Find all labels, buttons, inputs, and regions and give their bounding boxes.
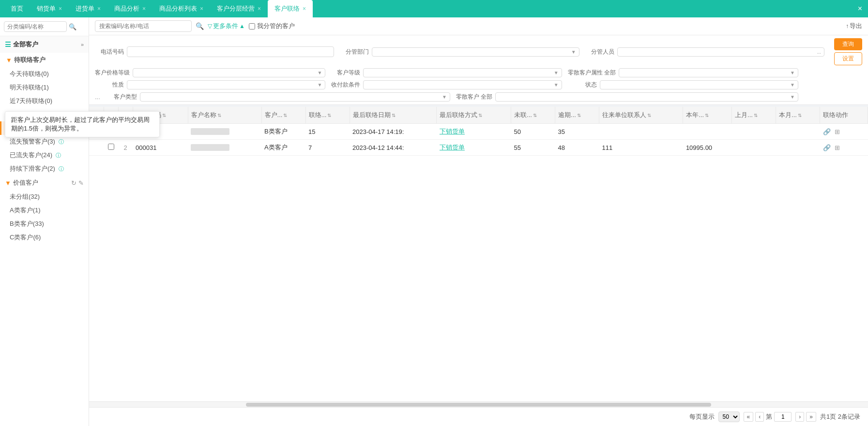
main-layout: 🔍 ☰ 全部客户 » ▼ 待联络客户 今天待联络(0) 明天待联络(1) 近7天…	[0, 17, 868, 426]
sidebar-search-icon[interactable]: 🔍	[69, 23, 76, 30]
nav-close-product-list[interactable]: ×	[200, 5, 203, 12]
nature-caret: ▼	[317, 82, 322, 88]
settings-button[interactable]: 设置	[834, 52, 862, 65]
nav-item-home[interactable]: 首页	[4, 0, 30, 17]
sidebar-item-churned[interactable]: 已流失客户(24) ⓘ	[0, 148, 89, 162]
action-icons-2: 🔗 ⊞	[823, 144, 865, 151]
status-select[interactable]: ▼	[600, 80, 798, 89]
nav-item-sales[interactable]: 销货单 ×	[30, 0, 69, 17]
link-icon-2[interactable]: 🔗	[823, 144, 831, 151]
th-last-contact-date[interactable]: 最后联络日期⇅	[350, 107, 437, 124]
td-action-2: 🔗 ⊞	[820, 140, 868, 156]
filter-dots[interactable]: ...	[95, 93, 100, 101]
th-overdue[interactable]: 逾期...⇅	[555, 107, 599, 124]
data-table: ⚙ 客户编码⇅ 客户名称⇅ 客户...⇅ 联络...⇅ 最后联络日期⇅ 最后联络…	[89, 107, 868, 156]
table-area: ⚙ 客户编码⇅ 客户名称⇅ 客户...⇅ 联络...⇅ 最后联络日期⇅ 最后联络…	[89, 107, 868, 401]
td-this-year-2: 10995.00	[683, 140, 732, 156]
refresh-icon[interactable]: ↻	[71, 179, 76, 187]
nav-close-sales[interactable]: ×	[59, 5, 62, 12]
table-row: 2 000031 A类客户 7 2023-04-12 14:44: 下销货单 5…	[89, 140, 868, 156]
filter-nature: 性质 ▼	[95, 80, 325, 89]
customer-level-select[interactable]: ▼	[363, 68, 562, 77]
prev-page-btn[interactable]: ‹	[755, 412, 764, 422]
sidebar-item-class-a[interactable]: A类客户(1)	[0, 204, 89, 217]
search-input[interactable]	[95, 20, 192, 32]
more-conditions-btn[interactable]: ▽ 更多条件 ▲	[208, 22, 245, 30]
sidebar-item-tomorrow[interactable]: 明天待联络(1)	[0, 81, 89, 94]
my-customers-checkbox-label[interactable]: 我分管的客户	[249, 22, 295, 30]
link-icon-1[interactable]: 🔗	[823, 128, 831, 135]
payment-select[interactable]: ▼	[363, 80, 562, 89]
price-level-select[interactable]: ▼	[133, 68, 325, 77]
horizontal-scrollbar[interactable]	[89, 401, 868, 407]
nav-item-product-list[interactable]: 商品分析列表 ×	[152, 0, 210, 17]
customer-type-select[interactable]: ▼	[140, 92, 450, 102]
pending-contact-group[interactable]: ▼ 待联络客户	[0, 53, 89, 67]
export-btn[interactable]: ↑ 导出	[846, 22, 862, 30]
sidebar-item-declining[interactable]: 持续下滑客户(2) ⓘ	[0, 162, 89, 176]
filter-dept: 分管部门 ▼	[340, 47, 579, 57]
dept-select[interactable]: ▼	[372, 47, 579, 57]
sidebar-item-class-b[interactable]: B类客户(33)	[0, 217, 89, 231]
th-last-contact-method[interactable]: 最后联络方式⇅	[437, 107, 511, 124]
filter-retail-customer: 零散客户 全部 ▼	[456, 92, 798, 102]
nature-select[interactable]: ▼	[127, 80, 325, 89]
nav-item-customer-contact[interactable]: 客户联络 ×	[268, 0, 313, 17]
next-page-btn[interactable]: ›	[795, 412, 804, 422]
filter-customer-level: 客户等级 ▼	[331, 68, 562, 77]
all-customers-header[interactable]: ☰ 全部客户 »	[0, 36, 89, 53]
td-last-method-2[interactable]: 下销货单	[437, 140, 511, 156]
per-page-select[interactable]: 50	[718, 411, 740, 422]
sidebar-item-class-c[interactable]: C类客户(6)	[0, 231, 89, 244]
td-overdue-1: 35	[555, 124, 599, 140]
close-all-btn[interactable]: ×	[858, 4, 862, 13]
nav-item-product-analysis[interactable]: 商品分析 ×	[107, 0, 152, 17]
my-customers-checkbox[interactable]	[249, 23, 255, 29]
nav-close-customer-contact[interactable]: ×	[303, 5, 306, 12]
nav-close-purchase[interactable]: ×	[97, 5, 101, 12]
nav-close-customer-tier[interactable]: ×	[258, 5, 261, 12]
filter-toolbar: 🔍 ▽ 更多条件 ▲ 我分管的客户 ↑ 导出	[89, 17, 868, 35]
th-contact-count[interactable]: 联络...⇅	[305, 107, 350, 124]
row-checkbox-2[interactable]	[108, 144, 114, 150]
th-contact-person[interactable]: 往来单位联系人⇅	[599, 107, 683, 124]
th-customer-level[interactable]: 客户...⇅	[261, 107, 305, 124]
td-last-method-1[interactable]: 下销货单	[437, 124, 511, 140]
nav-item-purchase[interactable]: 进货单 ×	[69, 0, 107, 17]
scroll-thumb[interactable]	[246, 403, 711, 407]
retail-attr-select[interactable]: ▼	[619, 68, 798, 77]
th-this-month[interactable]: 本月...⇅	[776, 107, 820, 124]
name-placeholder-2	[191, 144, 229, 151]
filter-row-4: ... 客户类型 ▼ 零散客户 全部 ▼	[95, 92, 862, 102]
search-btn[interactable]: 🔍	[196, 22, 204, 30]
last-page-btn[interactable]: »	[806, 412, 816, 422]
sidebar-item-ungrouped[interactable]: 未分组(32)	[0, 190, 89, 204]
th-last-month[interactable]: 上月...⇅	[732, 107, 776, 124]
collapse-btn[interactable]: »	[81, 42, 84, 47]
filter-price-level: 客户价格等级 ▼	[95, 68, 325, 77]
th-this-year[interactable]: 本年...⇅	[683, 107, 732, 124]
th-action: 联络动作	[820, 107, 868, 124]
td-gear-2	[89, 140, 104, 156]
person-select[interactable]: ...	[617, 47, 824, 57]
grid-icon-2[interactable]: ⊞	[835, 144, 840, 151]
filter-row-3: 性质 ▼ 收付款条件 ▼ 状态	[95, 80, 862, 89]
sidebar-item-7days[interactable]: 近7天待联络(0)	[0, 94, 89, 108]
sidebar-search-input[interactable]	[4, 21, 67, 32]
sidebar-item-today[interactable]: 今天待联络(0)	[0, 67, 89, 81]
retail-customer-select[interactable]: ▼	[495, 92, 798, 102]
filter-phone: 电话号码	[95, 46, 334, 57]
first-page-btn[interactable]: «	[744, 412, 754, 422]
grid-icon-1[interactable]: ⊞	[835, 128, 840, 135]
td-contact-count-1: 15	[305, 124, 350, 140]
edit-icon[interactable]: ✎	[78, 179, 84, 187]
nav-close-product-analysis[interactable]: ×	[142, 5, 146, 12]
phone-input[interactable]	[127, 46, 334, 57]
nav-item-customer-tier[interactable]: 客户分层经营 ×	[210, 0, 268, 17]
td-checkbox-2	[104, 140, 118, 156]
page-input[interactable]	[774, 412, 792, 422]
th-customer-name[interactable]: 客户名称⇅	[188, 107, 261, 124]
td-name-1	[188, 124, 261, 140]
th-no-contact[interactable]: 未联...⇅	[511, 107, 555, 124]
query-button[interactable]: 查询	[834, 38, 862, 50]
